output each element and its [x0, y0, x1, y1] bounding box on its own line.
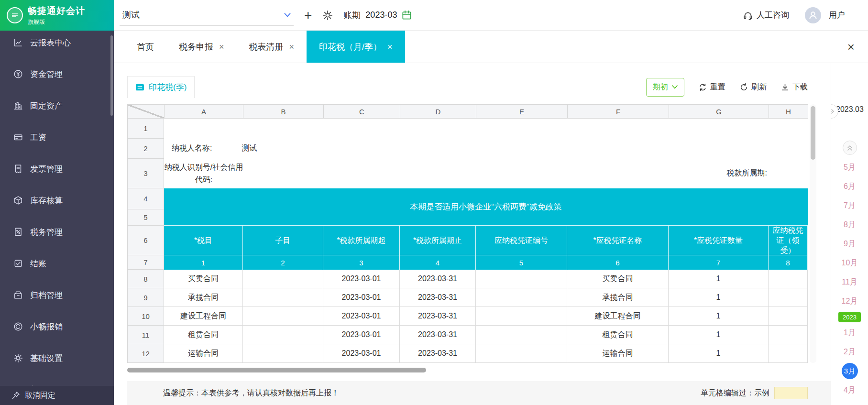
rail-month-10月[interactable]: 10月 [831, 253, 868, 273]
header-cell[interactable]: *税款所属期起 [323, 226, 400, 255]
data-cell[interactable]: 2023-03-31 [400, 326, 476, 344]
company-select[interactable]: 测试 [120, 4, 294, 26]
avatar[interactable] [805, 7, 821, 23]
row-header-1[interactable]: 1 [127, 119, 164, 139]
close-all-tabs-button[interactable]: × [847, 41, 855, 53]
sidebar-item-8[interactable]: 归档管理 [0, 279, 114, 311]
row-header-11[interactable]: 11 [127, 326, 164, 344]
data-cell[interactable]: 1 [669, 270, 769, 288]
header-cell[interactable]: *税款所属期止 [400, 226, 476, 255]
row-header-4[interactable]: 4 [127, 188, 164, 209]
support-button[interactable]: 人工咨询 [743, 10, 789, 21]
data-cell[interactable]: 1 [669, 307, 769, 326]
data-cell[interactable]: 建设工程合同 [567, 307, 669, 326]
data-cell[interactable]: 买卖合同 [164, 270, 243, 288]
data-cell[interactable] [769, 344, 808, 363]
data-cell[interactable] [476, 307, 567, 326]
sidebar-item-0[interactable]: 云报表中心 [0, 27, 114, 58]
header-cell[interactable]: *税目 [164, 226, 243, 255]
sidebar-scrollbar[interactable] [110, 35, 113, 116]
data-cell[interactable]: 承揽合同 [567, 288, 669, 307]
rail-month-1月[interactable]: 1月 [831, 323, 868, 342]
row-header-3[interactable]: 3 [127, 159, 164, 188]
row-header-12[interactable]: 12 [127, 344, 164, 363]
data-cell[interactable]: 2023-03-01 [323, 326, 400, 344]
header-cell[interactable]: *应税凭证名称 [567, 226, 669, 255]
column-header-G[interactable]: G [669, 104, 769, 119]
data-cell[interactable]: 2023-03-31 [400, 270, 476, 288]
rail-month-9月[interactable]: 9月 [831, 234, 868, 253]
header-cell[interactable]: *应税凭证数量 [669, 226, 769, 255]
rail-month-7月[interactable]: 7月 [831, 196, 868, 215]
index-cell[interactable]: 2 [243, 255, 323, 270]
unpin-sidebar-button[interactable]: 取消固定 [0, 386, 114, 405]
index-cell[interactable]: 7 [669, 255, 769, 270]
header-cell[interactable]: 应纳税凭证（领受） [769, 226, 808, 255]
column-header-E[interactable]: E [476, 104, 567, 119]
tab-3[interactable]: 印花税（月/季）× [307, 31, 405, 63]
index-cell[interactable]: 8 [769, 255, 808, 270]
vertical-scrollbar[interactable] [810, 104, 816, 363]
data-cell[interactable] [476, 288, 567, 307]
rail-month-11月[interactable]: 11月 [831, 273, 868, 292]
rail-month-2月[interactable]: 2月 [831, 342, 868, 361]
rail-month-8月[interactable]: 8月 [831, 215, 868, 234]
row-header-7[interactable]: 7 [127, 255, 164, 270]
rail-month-4月[interactable]: 4月 [831, 381, 868, 400]
row-header-2[interactable]: 2 [127, 139, 164, 159]
data-cell[interactable]: 1 [669, 288, 769, 307]
policy-banner-row[interactable]: 本期是否适用小微企业“六税两费”减免政策 [164, 188, 808, 226]
tab-0[interactable]: 首页 [124, 31, 166, 63]
calendar-icon[interactable] [402, 10, 412, 20]
column-header-A[interactable]: A [164, 104, 243, 119]
opening-balance-button[interactable]: 期初 [646, 78, 684, 97]
data-cell[interactable]: 2023-03-01 [323, 270, 400, 288]
column-header-B[interactable]: B [243, 104, 323, 119]
user-menu[interactable]: 用户 [829, 10, 845, 21]
row-header-5[interactable]: 5 [127, 209, 164, 226]
tab-1[interactable]: 税务申报× [166, 31, 237, 63]
data-cell[interactable] [243, 270, 323, 288]
column-header-C[interactable]: C [323, 104, 400, 119]
index-cell[interactable]: 4 [400, 255, 476, 270]
header-cell[interactable]: 应纳税凭证编号 [476, 226, 567, 255]
sidebar-item-2[interactable]: 固定资产 [0, 90, 114, 121]
data-cell[interactable]: 2023-03-01 [323, 344, 400, 363]
data-cell[interactable]: 运输合同 [567, 344, 669, 363]
sidebar-item-9[interactable]: 小畅报销 [0, 311, 114, 342]
header-cell[interactable]: 子目 [243, 226, 323, 255]
tab-2[interactable]: 税表清册× [237, 31, 307, 63]
data-cell[interactable]: 承揽合同 [164, 288, 243, 307]
sidebar-item-11[interactable]: 新手引导 [0, 374, 114, 386]
data-cell[interactable] [243, 344, 323, 363]
data-cell[interactable]: 2023-03-01 [323, 307, 400, 326]
sheet-info-rows[interactable]: 纳税人名称:测试 纳税人识别号/社会信用代码: 税款所属期: [164, 119, 808, 188]
data-cell[interactable] [476, 326, 567, 344]
rail-month-12月[interactable]: 12月 [831, 292, 868, 311]
index-cell[interactable]: 5 [476, 255, 567, 270]
reset-button[interactable]: 重置 [699, 82, 725, 92]
data-cell[interactable] [243, 288, 323, 307]
data-cell[interactable]: 租赁合同 [164, 326, 243, 344]
rail-month-6月[interactable]: 6月 [831, 177, 868, 196]
data-cell[interactable]: 建设工程合同 [164, 307, 243, 326]
tab-close-icon[interactable]: × [289, 43, 295, 51]
data-cell[interactable] [769, 307, 808, 326]
row-header-8[interactable]: 8 [127, 270, 164, 288]
column-header-F[interactable]: F [567, 104, 669, 119]
row-header-9[interactable]: 9 [127, 288, 164, 307]
add-account-button[interactable]: + [304, 9, 312, 22]
period-value[interactable]: 2023-03 [365, 10, 397, 20]
data-cell[interactable] [476, 270, 567, 288]
data-cell[interactable]: 租赁合同 [567, 326, 669, 344]
data-cell[interactable] [769, 326, 808, 344]
row-header-6[interactable]: 6 [127, 226, 164, 255]
download-button[interactable]: 下载 [781, 82, 808, 92]
index-cell[interactable]: 3 [323, 255, 400, 270]
data-cell[interactable]: 2023-03-31 [400, 307, 476, 326]
data-cell[interactable] [769, 288, 808, 307]
data-cell[interactable] [243, 326, 323, 344]
data-cell[interactable]: 1 [669, 326, 769, 344]
vertical-scrollbar-thumb[interactable] [811, 106, 815, 160]
index-cell[interactable]: 1 [164, 255, 243, 270]
